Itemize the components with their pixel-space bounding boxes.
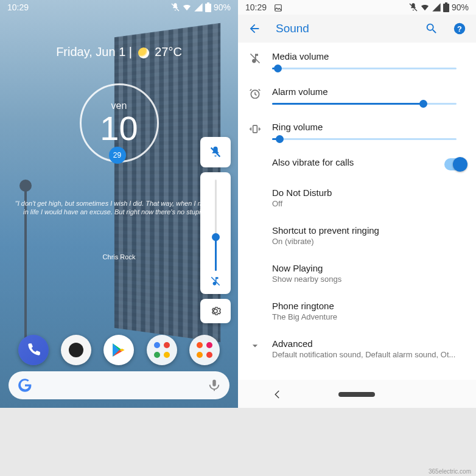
setting-sub: The Big Adventure — [272, 312, 466, 321]
wifi-icon — [182, 2, 192, 12]
status-icons — [408, 2, 449, 12]
ring-volume-row[interactable]: Ring volume — [238, 113, 476, 149]
nav-home[interactable] — [338, 392, 375, 397]
setting-label: Now Playing — [272, 263, 466, 273]
image-icon — [274, 4, 282, 12]
quote-widget: "I don't get high, but sometimes I wish … — [12, 199, 226, 217]
svg-point-11 — [197, 352, 203, 358]
clock-date: 10 — [100, 111, 138, 145]
mute-icon — [408, 2, 418, 12]
setting-sub: Default notification sound, Default alar… — [272, 350, 466, 359]
advanced-row[interactable]: Advanced Default notification sound, Def… — [238, 330, 476, 368]
gear-icon — [210, 306, 221, 317]
setting-label: Phone ringtone — [272, 301, 466, 311]
setting-sub: On (vibrate) — [272, 237, 466, 246]
search-icon[interactable] — [425, 22, 438, 35]
media-volume-slider[interactable] — [272, 68, 457, 69]
vibrate-calls-toggle[interactable] — [444, 158, 466, 170]
svg-rect-2 — [207, 2, 209, 4]
status-time: 10:29 — [7, 2, 29, 12]
alarm-volume-row[interactable]: Alarm volume — [238, 78, 476, 113]
nav-back[interactable] — [259, 389, 296, 400]
phone-icon — [26, 342, 41, 358]
settings-title: Sound — [276, 22, 410, 35]
nav-home-pill — [338, 392, 375, 397]
app-phone[interactable] — [18, 335, 49, 365]
prevent-ringing-row[interactable]: Shortcut to prevent ringing On (vibrate) — [238, 217, 476, 254]
setting-sub: Off — [272, 199, 466, 208]
signal-icon — [194, 2, 203, 12]
status-bar: 10:29 90% — [0, 0, 238, 15]
status-bar: 10:29 90% — [238, 0, 476, 15]
wifi-icon — [420, 2, 430, 12]
media-mute-icon — [249, 52, 261, 65]
date-weather-widget[interactable]: Friday, Jun 1 | 27°C — [0, 45, 238, 59]
volume-fill — [215, 239, 217, 271]
quote-text: "I don't get high, but sometimes I wish … — [12, 199, 226, 217]
battery-icon — [205, 2, 211, 12]
svg-point-9 — [197, 342, 203, 348]
date-label: Friday, Jun 1 — [56, 45, 125, 58]
folder-icon — [151, 339, 173, 361]
svg-point-7 — [154, 352, 160, 358]
settings-header: Sound ? — [238, 15, 476, 43]
svg-text:?: ? — [457, 24, 462, 33]
media-mute-icon — [210, 276, 221, 287]
vibrate-calls-row[interactable]: Also vibrate for calls — [238, 149, 476, 179]
svg-point-5 — [154, 342, 160, 348]
app-play-store[interactable] — [103, 335, 134, 365]
bell-off-icon — [209, 145, 222, 159]
ring-mode-button[interactable] — [200, 137, 231, 167]
folder-icon — [194, 339, 215, 361]
svg-point-10 — [206, 342, 212, 348]
back-icon[interactable] — [248, 22, 261, 35]
signal-icon — [432, 2, 441, 12]
now-playing-row[interactable]: Now Playing Show nearby songs — [238, 254, 476, 292]
status-battery: 90% — [214, 2, 231, 12]
weather-icon — [138, 47, 149, 58]
google-search-bar[interactable] — [9, 371, 229, 399]
svg-point-6 — [164, 342, 170, 348]
ring-volume-slider[interactable] — [272, 138, 457, 140]
media-volume-row[interactable]: Media volume — [238, 43, 476, 78]
setting-sub: Show nearby songs — [272, 275, 466, 284]
status-icons — [170, 2, 211, 12]
alarm-volume-slider[interactable] — [272, 103, 457, 105]
svg-point-12 — [206, 352, 212, 358]
app-folder-social[interactable] — [189, 335, 220, 365]
settings-body: Media volume Alarm volume Ring volume — [238, 43, 476, 380]
volume-settings-button[interactable] — [200, 299, 231, 323]
svg-point-8 — [164, 352, 170, 358]
slider-label: Media volume — [272, 51, 457, 61]
alarm-icon — [249, 88, 261, 100]
svg-rect-15 — [443, 4, 449, 12]
chevron-down-icon — [249, 340, 261, 352]
nav-bar — [238, 381, 476, 408]
ringtone-row[interactable]: Phone ringtone The Big Adventure — [238, 292, 476, 330]
slider-label: Ring volume — [272, 122, 457, 132]
mic-icon[interactable] — [208, 379, 221, 392]
volume-slider-box — [200, 172, 231, 294]
watermark: 365electric.com — [429, 468, 471, 475]
app-folder-google[interactable] — [147, 335, 177, 365]
app-camera[interactable] — [61, 335, 91, 365]
home-screen: 10:29 90% Friday, Jun 1 | 27°C ven 10 29 — [0, 0, 238, 408]
volume-panel — [200, 137, 231, 323]
clock-day-abbr: ven — [111, 100, 127, 111]
nav-back-icon — [272, 389, 283, 400]
svg-rect-16 — [445, 2, 447, 4]
vibrate-icon — [249, 123, 261, 135]
setting-label: Do Not Disturb — [272, 187, 466, 198]
svg-rect-1 — [205, 4, 211, 12]
volume-thumb[interactable] — [212, 233, 220, 241]
volume-slider[interactable] — [215, 180, 217, 271]
play-store-icon — [111, 342, 127, 358]
google-logo-icon — [17, 377, 33, 393]
clock-badge: 29 — [109, 147, 126, 164]
svg-rect-21 — [253, 125, 257, 133]
clock-widget[interactable]: ven 10 29 — [80, 83, 159, 163]
svg-rect-13 — [275, 5, 281, 12]
dnd-row[interactable]: Do Not Disturb Off — [238, 179, 476, 217]
help-icon[interactable]: ? — [453, 22, 466, 35]
setting-label: Shortcut to prevent ringing — [272, 225, 466, 236]
